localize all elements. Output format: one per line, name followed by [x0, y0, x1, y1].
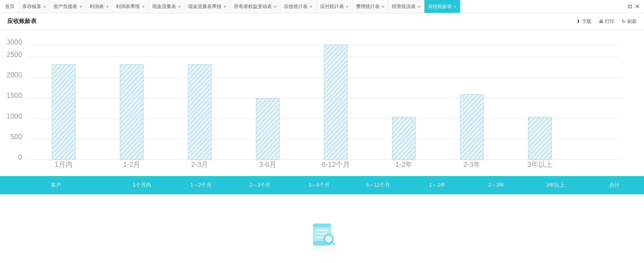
- tab-close-balance-sheet[interactable]: ×: [79, 4, 82, 9]
- svg-line-41: [332, 242, 334, 245]
- tab-close-profit-quarterly[interactable]: ×: [142, 4, 144, 9]
- svg-rect-23: [528, 117, 552, 160]
- refresh-icon: ↻: [622, 19, 626, 24]
- svg-text:2-3年: 2-3年: [463, 160, 480, 169]
- chart-area: 0 500 1000 1500 2000 2500 3000: [0, 30, 644, 176]
- print-icon: 🖶: [599, 19, 603, 24]
- tab-ar-aging[interactable]: 应收账龄表×: [424, 0, 460, 13]
- th-2-3y: 2～3年: [467, 182, 526, 188]
- download-button[interactable]: ⬇ 下载: [576, 18, 591, 25]
- svg-rect-16: [52, 64, 75, 160]
- empty-icon: [304, 216, 340, 253]
- tab-home[interactable]: 首页: [1, 0, 19, 13]
- svg-text:0: 0: [18, 153, 22, 161]
- page-title: 应收账龄表: [7, 18, 37, 25]
- th-customer: 客户: [0, 182, 112, 188]
- table-body: [0, 194, 644, 263]
- th-2-3m: 2～3个月: [231, 182, 289, 188]
- svg-text:3年以上: 3年以上: [527, 160, 553, 169]
- svg-rect-21: [392, 117, 416, 160]
- svg-text:3-6月: 3-6月: [259, 160, 276, 169]
- svg-text:1月内: 1月内: [55, 160, 72, 169]
- tab-close-operation[interactable]: ×: [418, 4, 420, 9]
- tab-close-inventory[interactable]: ×: [44, 4, 46, 9]
- tab-close-profit[interactable]: ×: [106, 4, 108, 9]
- svg-rect-18: [188, 64, 211, 160]
- svg-text:1-2年: 1-2年: [395, 160, 412, 169]
- table-header: 客户1个月内1～2个月2～3个月3～6个月6～12个月1～2年2～3年3年以上合…: [0, 176, 644, 194]
- tab-equity[interactable]: 所有者权益变动表×: [230, 0, 280, 13]
- tab-ap-stat[interactable]: 应付统计表×: [317, 0, 352, 13]
- tab-close-cashflow[interactable]: ×: [178, 4, 180, 9]
- svg-text:3000: 3000: [7, 38, 22, 46]
- page-header: 应收账龄表 ⬇ 下载 🖶 打印 ↻ 刷新: [0, 13, 644, 30]
- svg-rect-20: [324, 45, 348, 160]
- svg-text:1-2月: 1-2月: [123, 160, 140, 169]
- tab-close-cashflow-quarterly[interactable]: ×: [224, 4, 226, 9]
- header-actions: ⬇ 下载 🖶 打印 ↻ 刷新: [576, 18, 637, 25]
- th-3y+: 3年以上: [526, 182, 585, 188]
- svg-text:6-12个月: 6-12个月: [322, 160, 350, 169]
- svg-rect-19: [256, 99, 280, 160]
- main-content: 0 500 1000 1500 2000 2500 3000: [0, 30, 644, 263]
- th-1-2m: 1～2个月: [171, 182, 230, 188]
- svg-rect-22: [460, 94, 484, 160]
- tab-ar-stat[interactable]: 应收统计表×: [280, 0, 316, 13]
- svg-text:1000: 1000: [7, 112, 22, 120]
- svg-text:2-3月: 2-3月: [191, 160, 208, 169]
- empty-state: [0, 194, 644, 263]
- svg-rect-34: [313, 224, 331, 227]
- svg-text:2000: 2000: [7, 71, 22, 79]
- download-icon: ⬇: [576, 19, 580, 24]
- tab-operation[interactable]: 经营状况表×: [388, 0, 424, 13]
- svg-text:1500: 1500: [7, 91, 22, 100]
- tab-inventory[interactable]: 库存核算×: [19, 0, 50, 13]
- tab-profit[interactable]: 利润表×: [86, 0, 112, 13]
- tab-close-equity[interactable]: ×: [274, 4, 276, 9]
- th-3-6m: 3～6个月: [289, 182, 348, 188]
- th-total: 合计: [585, 182, 644, 188]
- tab-close-ar-stat[interactable]: ×: [310, 4, 312, 9]
- tab-bar: 首页库存核算×资产负债表×利润表×利润表季报×现金流量表×现金流量表季报×所有者…: [0, 0, 644, 13]
- tab-expense[interactable]: 费用统计表×: [352, 0, 388, 13]
- tab-cashflow-quarterly[interactable]: 现金流量表季报×: [184, 0, 230, 13]
- svg-text:2500: 2500: [7, 50, 22, 58]
- th-1m: 1个月内: [112, 182, 171, 188]
- svg-rect-17: [120, 64, 143, 160]
- bar-chart: 0 500 1000 1500 2000 2500 3000: [7, 37, 629, 169]
- tab-cashflow[interactable]: 现金流量表×: [149, 0, 184, 13]
- tab-close-expense[interactable]: ×: [382, 4, 384, 9]
- tab-close-ar-aging[interactable]: ×: [454, 4, 456, 9]
- close-window-icon[interactable]: ✕: [635, 3, 640, 10]
- restore-icon[interactable]: ⧉: [628, 3, 632, 10]
- th-6-12m: 6～12个月: [349, 182, 408, 188]
- print-button[interactable]: 🖶 打印: [599, 18, 614, 25]
- svg-text:500: 500: [10, 132, 22, 141]
- window-buttons: ⧉ ✕: [628, 3, 643, 10]
- tab-profit-quarterly[interactable]: 利润表季报×: [112, 0, 148, 13]
- tab-balance-sheet[interactable]: 资产负债表×: [50, 0, 86, 13]
- tab-close-ap-stat[interactable]: ×: [346, 4, 348, 9]
- refresh-button[interactable]: ↻ 刷新: [622, 18, 637, 25]
- th-1-2y: 1～2年: [408, 182, 467, 188]
- svg-point-40: [326, 236, 331, 241]
